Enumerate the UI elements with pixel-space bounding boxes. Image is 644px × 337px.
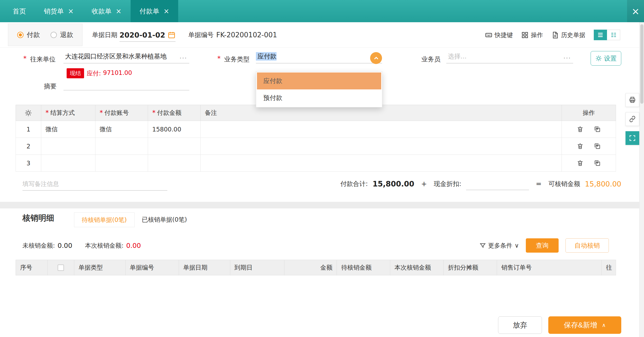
cell-payment-amount[interactable]: 15800.00 — [148, 121, 200, 138]
biztype-dropdown: 应付款 预付款 — [256, 71, 382, 107]
discard-button[interactable]: 放弃 — [498, 316, 542, 334]
salesman-lookup-icon[interactable]: ... — [563, 53, 573, 60]
cell-payment-account[interactable] — [95, 155, 148, 172]
view-toggle-group — [594, 30, 620, 40]
current-writeoff-amount: 本次核销金额: 0.00 — [85, 242, 141, 250]
cell-payment-amount[interactable] — [148, 138, 200, 155]
totals-summary: 付款合计: 15,800.00 + 现金折扣: = 可核销金额 15,800.0… — [340, 177, 621, 190]
header-doc-no: 单据编号 — [125, 260, 179, 275]
history-docs-label: 历史单据 — [561, 31, 585, 39]
more-conditions-label: 更多条件 — [488, 242, 512, 250]
totals-row: 填写备注信息 付款合计: 15,800.00 + 现金折扣: = 可核销金额 1… — [16, 175, 621, 193]
side-tool-rail — [625, 93, 639, 150]
cell-settlement-method[interactable]: 微信 — [41, 121, 95, 138]
gear-icon[interactable] — [25, 109, 32, 117]
biztype-label: 业务类型 — [224, 55, 250, 63]
tab-pending-writeoff[interactable]: 待核销单据(0笔) — [74, 212, 135, 227]
cell-payment-account[interactable] — [95, 138, 148, 155]
radio-refund[interactable]: 退款 — [50, 30, 73, 39]
trash-icon[interactable] — [577, 160, 584, 167]
required-marker: * — [23, 54, 27, 62]
biztype-field[interactable]: 应付款 — [256, 50, 382, 63]
writeoff-controls: 更多条件 ∨ 查询 自动核销 — [480, 238, 609, 253]
view-toggle-detail[interactable] — [607, 30, 620, 40]
trash-icon[interactable] — [577, 143, 584, 150]
tab-home[interactable]: 首页 — [4, 0, 35, 22]
history-docs-button[interactable]: 历史单据 — [551, 31, 585, 39]
salesman-field[interactable]: 选择... ... — [446, 50, 573, 63]
select-all-checkbox[interactable] — [58, 265, 64, 271]
summary-field[interactable] — [63, 77, 189, 90]
tab-sales-order[interactable]: 销货单 × — [35, 0, 83, 22]
table-row: 1 微信 微信 15800.00 — [16, 121, 616, 138]
header-pending-amount: 待核销金额 — [337, 260, 390, 275]
cell-settlement-method[interactable] — [41, 155, 95, 172]
calendar-icon[interactable] — [168, 31, 176, 39]
vertical-scrollbar[interactable] — [639, 22, 644, 337]
view-toggle-list[interactable] — [594, 30, 607, 40]
tab-receipt[interactable]: 收款单 × — [83, 0, 131, 22]
salesman-label: 业务员 — [421, 55, 440, 63]
link-button[interactable] — [625, 112, 639, 126]
cell-remark[interactable] — [200, 155, 562, 172]
header-due-date: 到期日 — [230, 260, 284, 275]
writeoff-tabs: 待核销单据(0笔) 已核销单据(0笔) — [74, 212, 194, 227]
chevron-up-icon: ∧ — [602, 322, 606, 328]
writeoff-docs-table: 序号 单据类型 单据编号 单据日期 到期日 金额 待核销金额 本次核销金额 折扣… — [16, 260, 616, 275]
auto-writeoff-button[interactable]: 自动核销 — [565, 238, 609, 253]
salesman-placeholder: 选择... — [446, 52, 467, 61]
expand-button[interactable] — [625, 131, 639, 145]
cell-operations — [562, 155, 616, 172]
close-tab-icon[interactable]: × — [116, 7, 122, 15]
doc-date-label: 单据日期 — [92, 22, 117, 48]
header-doc-type: 单据类型 — [74, 260, 125, 275]
save-and-new-button[interactable]: 保存&新增 ∧ — [548, 316, 621, 334]
current-writeoff-value: 0.00 — [126, 242, 141, 249]
table-header-row: 序号 单据类型 单据编号 单据日期 到期日 金额 待核销金额 本次核销金额 折扣… — [16, 260, 616, 275]
counterparty-field[interactable]: 大连花园口经济区景和水果种植基地 ... — [63, 50, 189, 63]
tab-payment[interactable]: 付款单 × — [131, 0, 178, 22]
radio-selected-icon — [17, 32, 24, 38]
add-row-icon[interactable] — [594, 126, 601, 133]
query-button[interactable]: 查询 — [526, 238, 559, 253]
payable-amount: 应付: 97101.00 — [87, 69, 132, 78]
close-tab-icon[interactable]: × — [164, 7, 169, 15]
document-header-bar: 付款 退款 单据日期 2020-01-02 单据编号 FK-20200102-0… — [0, 22, 644, 48]
trash-icon[interactable] — [577, 126, 584, 133]
cell-payment-account[interactable]: 微信 — [95, 121, 148, 138]
print-button[interactable] — [625, 93, 639, 107]
radio-payment[interactable]: 付款 — [17, 30, 40, 39]
counterparty-lookup-icon[interactable]: ... — [180, 53, 189, 60]
detail-list-icon — [610, 31, 617, 38]
biztype-collapse-button[interactable] — [370, 52, 382, 64]
chevron-up-icon — [373, 55, 380, 62]
save-and-new-label: 保存&新增 — [564, 320, 597, 330]
cell-remark[interactable] — [200, 121, 562, 138]
shortcut-keys-button[interactable]: 快捷键 — [485, 31, 513, 39]
header-sales-order-no: 销售订单号 — [497, 260, 602, 275]
window-close-icon[interactable]: × — [627, 0, 644, 22]
operations-button[interactable]: 操作 — [521, 31, 543, 39]
equals-sign: = — [536, 180, 542, 188]
cell-remark[interactable] — [200, 138, 562, 155]
add-row-icon[interactable] — [594, 143, 601, 150]
settings-button[interactable]: 设置 — [591, 51, 621, 66]
scrollbar-thumb[interactable] — [640, 24, 643, 104]
voucher-remark-input[interactable]: 填写备注信息 — [22, 177, 167, 191]
doc-date-input[interactable]: 2020-01-02 — [119, 29, 176, 42]
add-row-icon[interactable] — [594, 160, 601, 167]
close-tab-icon[interactable]: × — [68, 7, 74, 15]
payment-total-value: 15,800.00 — [372, 180, 414, 188]
dropdown-option-prepaid[interactable]: 预付款 — [257, 89, 381, 106]
doc-no-value: FK-20200102-001 — [216, 22, 277, 48]
dropdown-option-payable[interactable]: 应付款 — [257, 72, 381, 89]
cell-settlement-method[interactable] — [41, 138, 95, 155]
tab-completed-writeoff[interactable]: 已核销单据(0笔) — [135, 212, 195, 227]
footer-actions: 放弃 保存&新增 ∧ — [498, 316, 621, 334]
payment-voucher-app: 首页 销货单 × 收款单 × 付款单 × × 付款 退款 单据日期 — [0, 0, 644, 337]
more-conditions-button[interactable]: 更多条件 ∨ — [480, 242, 519, 250]
biztype-value: 应付款 — [256, 52, 277, 61]
cell-payment-amount[interactable] — [148, 155, 200, 172]
cash-discount-input[interactable] — [466, 177, 529, 190]
gear-icon — [595, 55, 602, 62]
